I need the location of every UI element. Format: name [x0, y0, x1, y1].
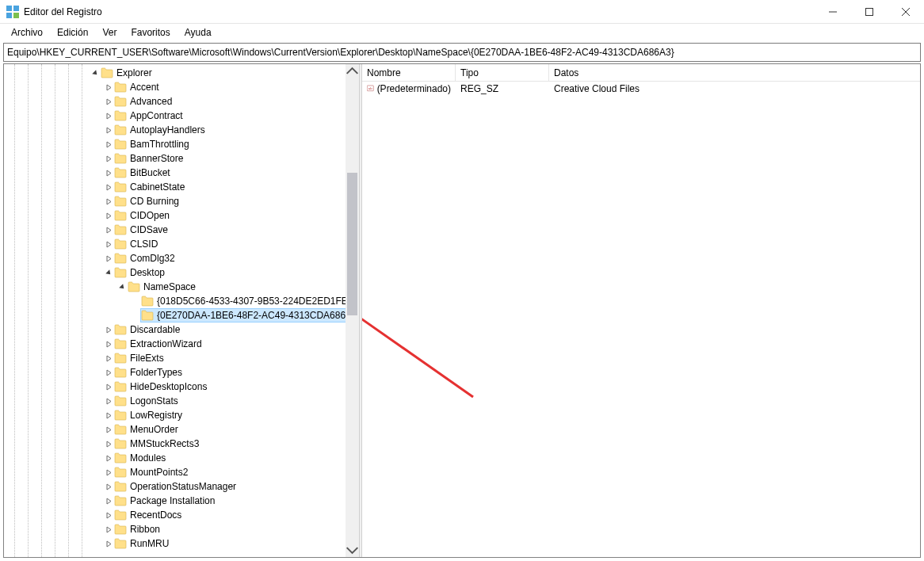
tree-node-label: Package Installation [130, 495, 215, 506]
menu-favorites[interactable]: Favoritos [124, 25, 176, 40]
folder-icon [114, 324, 127, 335]
expand-icon[interactable] [103, 424, 114, 435]
value-data: Creative Cloud Files [549, 82, 920, 95]
expand-icon[interactable] [103, 367, 114, 378]
expand-icon[interactable] [103, 110, 114, 121]
expand-icon[interactable] [103, 395, 114, 406]
expand-icon[interactable] [103, 538, 114, 549]
svg-rect-3 [13, 13, 19, 18]
tree-node-label: LogonStats [130, 395, 178, 406]
expand-icon[interactable] [103, 82, 114, 93]
expand-icon[interactable] [103, 381, 114, 392]
expand-icon[interactable] [103, 481, 114, 492]
folder-icon [114, 410, 127, 421]
folder-icon [114, 139, 127, 150]
folder-icon [114, 438, 127, 449]
expand-icon[interactable] [103, 410, 114, 421]
svg-line-10 [362, 308, 473, 397]
folder-icon [114, 153, 127, 164]
maximize-button[interactable] [851, 0, 888, 24]
window-title: Editor del Registro [24, 6, 102, 17]
menu-view[interactable]: Ver [96, 25, 123, 40]
folder-icon [114, 110, 127, 121]
collapse-icon[interactable] [116, 281, 128, 292]
svg-rect-5 [866, 8, 873, 15]
folder-icon [101, 67, 113, 78]
expand-icon[interactable] [103, 224, 114, 235]
column-name[interactable]: Nombre [362, 64, 456, 81]
menu-help[interactable]: Ayuda [178, 25, 218, 40]
folder-icon [114, 509, 127, 521]
tree-node-label: ExtractionWizard [130, 338, 202, 349]
expand-icon[interactable] [103, 253, 114, 264]
regedit-icon [6, 6, 19, 18]
folder-icon [141, 296, 154, 307]
expand-icon[interactable] [103, 324, 114, 335]
expand-icon[interactable] [103, 167, 114, 178]
expand-icon[interactable] [103, 139, 114, 150]
column-type[interactable]: Tipo [456, 64, 549, 81]
expand-icon[interactable] [103, 153, 114, 164]
scroll-up-button[interactable] [346, 64, 359, 78]
menu-edit[interactable]: Edición [51, 25, 94, 40]
value-row[interactable]: ab (Predeterminado) REG_SZ Creative Clou… [362, 82, 920, 96]
tree-node-label: FileExts [130, 353, 164, 364]
window-titlebar: Editor del Registro [0, 0, 924, 24]
folder-icon [114, 481, 127, 492]
tree-node-label: OperationStatusManager [130, 481, 236, 492]
column-data[interactable]: Datos [549, 64, 920, 81]
folder-icon [114, 82, 127, 93]
address-input[interactable] [7, 47, 917, 58]
tree-node-label: Accent [130, 82, 159, 93]
folder-icon [128, 281, 140, 292]
expand-icon[interactable] [103, 467, 114, 478]
close-button[interactable] [888, 0, 924, 24]
tree-node-label: BannerStore [130, 153, 183, 164]
values-pane: Nombre Tipo Datos ab (Predeterminado) RE… [362, 64, 920, 557]
expand-icon[interactable] [103, 181, 114, 193]
minimize-button[interactable] [815, 0, 851, 24]
tree-pane: Explorer Accent Advanced AppContract Aut… [4, 64, 359, 557]
expand-icon[interactable] [103, 438, 114, 449]
svg-text:ab: ab [368, 87, 372, 91]
collapse-icon[interactable] [90, 67, 101, 78]
string-value-icon: ab [367, 83, 374, 94]
scroll-track[interactable] [346, 78, 359, 544]
folder-icon [114, 424, 127, 435]
expand-icon[interactable] [103, 210, 114, 221]
expand-icon[interactable] [103, 239, 114, 250]
expand-icon[interactable] [103, 96, 114, 107]
folder-icon [114, 224, 127, 235]
expand-icon[interactable] [103, 124, 114, 135]
tree-node-label: MountPoints2 [130, 467, 188, 478]
expand-icon[interactable] [103, 196, 114, 207]
folder-icon [114, 452, 127, 464]
registry-tree[interactable]: Explorer Accent Advanced AppContract Aut… [4, 64, 346, 557]
scroll-down-button[interactable] [346, 544, 359, 557]
tree-node-label: {0E270DAA-1BE6-48F2-AC49-4313CDA686A3} [157, 310, 346, 321]
expand-icon[interactable] [103, 338, 114, 349]
tree-node-label: {018D5C66-4533-4307-9B53-224DE2ED1FE6} [157, 296, 346, 307]
tree-node-label: CLSID [130, 239, 158, 250]
collapse-icon[interactable] [103, 267, 114, 278]
address-bar[interactable] [3, 43, 921, 62]
tree-scrollbar[interactable] [346, 64, 359, 557]
scroll-thumb[interactable] [347, 173, 357, 315]
tree-node-label: RunMRU [130, 538, 169, 549]
expand-icon[interactable] [103, 452, 114, 464]
tree-node-label: MMStuckRects3 [130, 438, 199, 449]
expand-icon[interactable] [103, 524, 114, 535]
menu-file[interactable]: Archivo [5, 25, 49, 40]
expand-icon[interactable] [103, 495, 114, 506]
folder-icon [114, 495, 127, 506]
expand-icon[interactable] [103, 509, 114, 521]
menu-bar: Archivo Edición Ver Favoritos Ayuda [0, 24, 924, 41]
svg-rect-0 [6, 6, 12, 11]
tree-node-label: CIDOpen [130, 210, 170, 221]
tree-node-label: AppContract [130, 110, 183, 121]
tree-node-label: ComDlg32 [130, 253, 175, 264]
folder-icon [114, 538, 127, 549]
folder-icon [114, 210, 127, 221]
folder-icon [114, 395, 127, 406]
expand-icon[interactable] [103, 353, 114, 364]
